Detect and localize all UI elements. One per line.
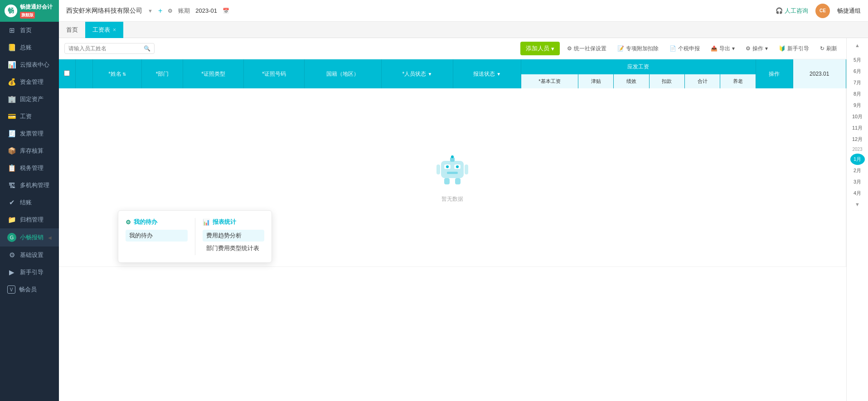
month-2[interactable]: 2月: [847, 165, 868, 176]
tax-report-button[interactable]: 📄 个税申报: [666, 43, 703, 54]
topbar-right: 🎧 人工咨询 CE 畅捷通组: [776, 4, 861, 18]
sidebar-item-settle[interactable]: ✔ 结账: [0, 194, 59, 211]
col-nation: 国籍（地区）: [305, 59, 381, 88]
sidebar-item-assets[interactable]: 🏢 固定资产: [0, 91, 59, 108]
month-8[interactable]: 8月: [847, 88, 868, 100]
sidebar-label-invoice: 发票管理: [20, 130, 44, 138]
search-icon: 🔍: [144, 45, 150, 52]
col-dept: *部门: [142, 59, 183, 88]
support-label: 人工咨询: [785, 7, 808, 15]
svg-rect-10: [444, 178, 450, 184]
tab-salary-label: 工资表: [92, 26, 110, 34]
operate-button[interactable]: ⚙ 操作 ▾: [742, 43, 771, 54]
sidebar-item-home[interactable]: ⊞ 首页: [0, 22, 59, 39]
tab-salary-table[interactable]: 工资表 ×: [85, 22, 123, 38]
popup-item-dept-expense[interactable]: 部门费用类型统计表: [203, 242, 265, 255]
refresh-label: 刷新: [826, 45, 837, 53]
sidebar-label-home: 首页: [20, 26, 32, 34]
export-chevron-icon: ▾: [732, 45, 735, 52]
col-name: *姓名⇅: [92, 59, 142, 88]
sidebar-item-xiaochang[interactable]: G 小畅报销 ◀: [0, 228, 59, 246]
col-status: *人员状态 ▼: [381, 59, 453, 88]
sidebar-label-salary: 工资: [20, 112, 32, 121]
month-11[interactable]: 11月: [847, 122, 868, 134]
sidebar-item-ledger[interactable]: 📒 总账: [0, 39, 59, 56]
member-icon: V: [7, 285, 15, 294]
popup-section1-title: 我的待办: [134, 218, 157, 226]
sidebar-label-multi: 多机构管理: [20, 181, 49, 189]
month-year-label: [857, 51, 858, 54]
add-person-button[interactable]: 添加人员 ▾: [520, 42, 560, 55]
popup-col-2: 📊 报表统计 费用趋势分析 部门费用类型统计表: [203, 218, 265, 255]
search-input[interactable]: [68, 45, 141, 52]
report-icon: 📊: [203, 219, 210, 226]
sidebar-label-funds: 资金管理: [20, 78, 44, 86]
month-nav-down[interactable]: ▼: [852, 199, 863, 210]
popup-item-my-todo[interactable]: 我的待办: [126, 230, 188, 242]
support-button[interactable]: 🎧 人工咨询: [776, 7, 808, 15]
tab-close-icon[interactable]: ×: [113, 27, 116, 33]
month-12[interactable]: 12月: [847, 134, 868, 145]
home-icon: ⊞: [7, 26, 16, 34]
topbar-settings-icon[interactable]: ⚙: [168, 8, 173, 14]
sidebar-item-multi[interactable]: 🏗 多机构管理: [0, 177, 59, 194]
sidebar-item-tax[interactable]: 📋 税务管理: [0, 159, 59, 177]
month-5[interactable]: 5月: [847, 54, 868, 66]
month-panel: ▲ 5月 6月 7月 8月 9月 10月 11月 12月 2023 1月 2月 …: [846, 38, 868, 401]
calendar-icon[interactable]: 📅: [223, 8, 229, 14]
month-6[interactable]: 6月: [847, 66, 868, 77]
archive-icon: 📁: [7, 216, 16, 224]
select-all-checkbox[interactable]: [64, 70, 70, 76]
refresh-button[interactable]: ↻ 刷新: [816, 43, 841, 54]
col-right-header: 2023.01: [793, 59, 846, 88]
col-operate: 操作: [756, 59, 793, 88]
period-value: 2023-01: [195, 7, 217, 14]
new-guide-button[interactable]: 🔰 新手引导: [775, 43, 813, 54]
month-7[interactable]: 7月: [847, 77, 868, 88]
month-9[interactable]: 9月: [847, 100, 868, 111]
tax-icon: 📋: [7, 164, 16, 172]
add-label: 添加人员: [526, 44, 549, 53]
social-label: 统一社保设置: [574, 45, 606, 53]
popup-item-expense-trend[interactable]: 费用趋势分析: [203, 230, 265, 242]
sidebar-item-member[interactable]: V 畅会员: [0, 281, 59, 298]
col-id-type: *证照类型: [183, 59, 243, 88]
headset-icon: 🎧: [776, 7, 783, 14]
sidebar-item-basic[interactable]: ⚙ 基础设置: [0, 246, 59, 264]
sub-col-performance: 绩效: [614, 74, 649, 88]
sidebar-label-inventory: 库存核算: [20, 147, 44, 155]
social-settings-button[interactable]: ⚙ 统一社保设置: [563, 43, 610, 54]
sidebar-item-archive[interactable]: 📁 归档管理: [0, 211, 59, 228]
svg-rect-0: [441, 161, 464, 178]
month-nav-up[interactable]: ▲: [852, 40, 863, 51]
company-chevron-icon[interactable]: ▼: [148, 8, 153, 14]
sidebar-item-inventory[interactable]: 📦 库存核算: [0, 142, 59, 159]
special-deduction-button[interactable]: 📝 专项附加扣除: [614, 43, 662, 54]
salary-icon: 💳: [7, 112, 16, 121]
sidebar-item-reports[interactable]: 📊 云报表中心: [0, 56, 59, 73]
new-guide-label: 新手引导: [787, 45, 809, 53]
svg-point-4: [456, 165, 459, 168]
month-10[interactable]: 10月: [847, 111, 868, 122]
app-logo: 畅 畅捷通好会计 旗舰版: [0, 0, 59, 22]
export-button[interactable]: 📤 导出 ▾: [707, 43, 738, 54]
topbar-add-icon[interactable]: +: [158, 7, 162, 15]
xiaochang-icon: G: [7, 233, 16, 242]
sub-col-allowance: 津贴: [578, 74, 614, 88]
month-3[interactable]: 3月: [847, 176, 868, 188]
sidebar-label-ledger: 总账: [20, 43, 32, 52]
col-group-yingfa: 应发工资: [521, 59, 756, 74]
month-4[interactable]: 4月: [847, 188, 868, 199]
month-1[interactable]: 1月: [850, 154, 865, 165]
sidebar-item-guide[interactable]: ▶ 新手引导: [0, 264, 59, 281]
popup-section1-header: ⚙ 我的待办: [126, 218, 188, 226]
sidebar-item-salary[interactable]: 💳 工资: [0, 108, 59, 125]
tab-home[interactable]: 首页: [59, 22, 85, 38]
col-id-no: *证照号码: [244, 59, 305, 88]
company-name: 西安虾米网络科技有限公司: [66, 7, 142, 15]
sidebar-item-funds[interactable]: 💰 资金管理: [0, 73, 59, 91]
search-box: 🔍: [64, 43, 155, 54]
tax-icon: 📄: [669, 45, 676, 52]
sidebar-item-invoice[interactable]: 🧾 发票管理: [0, 125, 59, 142]
sub-col-total: 合计: [684, 74, 720, 88]
